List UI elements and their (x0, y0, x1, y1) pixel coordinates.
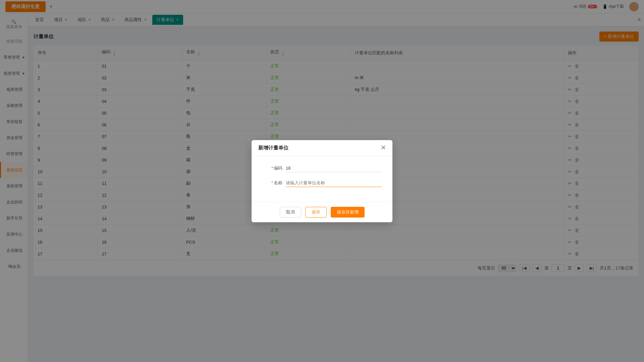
save-new-button[interactable]: 保存并新增 (331, 207, 365, 218)
name-input[interactable] (286, 179, 382, 187)
modal-header: 新增计量单位 ✕ (252, 140, 392, 156)
modal-footer: 取消 保存 保存并新增 (252, 202, 392, 222)
modal-body: *编码 *名称 (252, 156, 392, 202)
cancel-button[interactable]: 取消 (280, 207, 301, 218)
modal-overlay[interactable]: 新增计量单位 ✕ *编码 *名称 取消 保存 保存并新增 (0, 0, 644, 362)
add-unit-modal: 新增计量单位 ✕ *编码 *名称 取消 保存 保存并新增 (252, 140, 392, 222)
modal-title: 新增计量单位 (258, 145, 288, 151)
form-item-code: *编码 (262, 164, 382, 172)
modal-close-button[interactable]: ✕ (381, 145, 386, 151)
code-label: *编码 (262, 165, 282, 171)
code-input[interactable] (286, 164, 382, 172)
name-label: *名称 (262, 180, 282, 186)
save-button[interactable]: 保存 (305, 207, 327, 218)
form-item-name: *名称 (262, 179, 382, 187)
